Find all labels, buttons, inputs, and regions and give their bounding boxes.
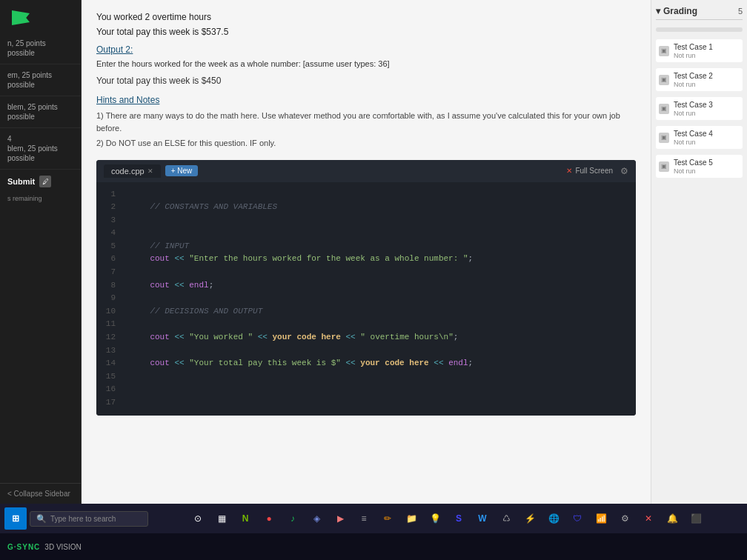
code-line-4 bbox=[130, 227, 628, 240]
taskbar-search-box[interactable]: 🔍 Type here to search bbox=[30, 511, 148, 527]
test-case-5-icon: ▣ bbox=[659, 161, 669, 172]
code-line-9 bbox=[130, 292, 628, 305]
taskbar-icon-pen[interactable]: ✏ bbox=[378, 509, 397, 528]
test-case-3-icon: ▣ bbox=[659, 104, 669, 114]
code-line-16 bbox=[130, 383, 628, 396]
editor-toolbar-right: ✕ Full Screen ⚙ bbox=[566, 166, 628, 176]
code-line-5: // INPUT bbox=[130, 240, 628, 253]
taskbar-icon-shield[interactable]: 🛡 bbox=[568, 509, 587, 528]
bottom-bar: G·SYNC 3D VISION bbox=[0, 533, 747, 560]
test-case-item-2[interactable]: ▣ Test Case 2 Not run bbox=[656, 68, 743, 91]
grading-panel: ▾ Grading 5 ▣ Test Case 1 Not run ▣ Test… bbox=[651, 0, 747, 504]
output2-label: Output 2: bbox=[96, 44, 636, 55]
taskbar-icon-square[interactable]: ⬛ bbox=[686, 509, 706, 528]
code-line-2: // CONSTANTS AND VARIABLES bbox=[130, 201, 628, 214]
sidebar-item-2[interactable]: em, 25 points possible bbox=[0, 64, 81, 96]
taskbar-icon-gear[interactable]: ⚙ bbox=[615, 509, 634, 528]
test-case-2-label: Test Case 2 bbox=[674, 71, 713, 81]
test-case-4-icon: ▣ bbox=[659, 133, 669, 143]
code-editor: code.cpp ✕ + New ✕ Full Screen ⚙ 1234 56 bbox=[96, 160, 636, 416]
code-area[interactable]: // CONSTANTS AND VARIABLES // INPUT cout… bbox=[123, 188, 636, 410]
code-line-3 bbox=[130, 214, 628, 227]
output2-result: Your total pay this week is $450 bbox=[96, 76, 636, 86]
editor-tab-code[interactable]: code.cpp ✕ bbox=[104, 164, 161, 178]
hint2-text: 2) Do NOT use an ELSE for this question.… bbox=[96, 137, 636, 150]
taskbar-icon-grid[interactable]: ▦ bbox=[212, 509, 231, 528]
test-case-5-status: Not run bbox=[674, 167, 713, 175]
test-case-4-status: Not run bbox=[674, 139, 713, 146]
code-line-6: cout << "Enter the hours worked for the … bbox=[130, 253, 628, 266]
taskbar-icon-media[interactable]: ▶ bbox=[331, 509, 350, 528]
test-case-2-status: Not run bbox=[674, 81, 713, 88]
sidebar: n, 25 points possible em, 25 points poss… bbox=[0, 0, 82, 504]
taskbar-icon-menu[interactable]: ≡ bbox=[354, 509, 374, 528]
test-case-3-status: Not run bbox=[674, 110, 713, 117]
taskbar-icon-discord[interactable]: ◈ bbox=[307, 509, 326, 528]
taskbar-icon-bolt[interactable]: ⚡ bbox=[520, 509, 540, 528]
code-line-10: // DECISIONS AND OUTPUT bbox=[130, 305, 628, 319]
taskbar-icon-signal[interactable]: 📶 bbox=[591, 509, 611, 528]
test-case-1-status: Not run bbox=[674, 52, 713, 59]
line2-text: Your total pay this week is $537.5 bbox=[96, 27, 636, 37]
test-case-item-5[interactable]: ▣ Test Case 5 Not run bbox=[656, 155, 743, 178]
code-line-17 bbox=[130, 396, 628, 410]
editor-toolbar: code.cpp ✕ + New ✕ Full Screen ⚙ bbox=[96, 160, 636, 182]
submit-section: Submit 🖊 bbox=[0, 170, 81, 193]
flag-icon bbox=[12, 10, 30, 25]
remaining-label: s remaining bbox=[0, 193, 81, 204]
taskbar-icon-w[interactable]: W bbox=[473, 509, 492, 528]
taskbar-icon-nvidia[interactable]: N bbox=[236, 509, 255, 528]
main-content: You worked 2 overtime hours Your total p… bbox=[82, 0, 651, 504]
test-case-item-1[interactable]: ▣ Test Case 1 Not run bbox=[656, 39, 743, 62]
line1-text: You worked 2 overtime hours bbox=[96, 12, 636, 22]
sidebar-item-1[interactable]: n, 25 points possible bbox=[0, 33, 81, 64]
taskbar: ⊞ 🔍 Type here to search ⊙ ▦ N ● ♪ ◈ ▶ ≡ … bbox=[0, 504, 747, 533]
start-button[interactable]: ⊞ bbox=[4, 507, 27, 530]
test-case-item-4[interactable]: ▣ Test Case 4 Not run bbox=[656, 126, 743, 149]
code-line-7 bbox=[130, 266, 628, 279]
output2-prompt: Enter the hours worked for the week as a… bbox=[96, 59, 636, 68]
taskbar-icon-bell[interactable]: 🔔 bbox=[663, 509, 682, 528]
test-case-5-label: Test Case 5 bbox=[674, 158, 713, 167]
submit-icon: 🖊 bbox=[39, 176, 51, 187]
taskbar-icons: ⊙ ▦ N ● ♪ ◈ ▶ ≡ ✏ 📁 💡 S W ♺ ⚡ 🌐 🛡 📶 ⚙ ✕ … bbox=[151, 509, 743, 528]
taskbar-icon-globe[interactable]: 🌐 bbox=[544, 509, 563, 528]
test-case-4-label: Test Case 4 bbox=[674, 129, 713, 139]
fullscreen-button[interactable]: ✕ Full Screen bbox=[566, 167, 613, 175]
code-line-8: cout << endl; bbox=[130, 279, 628, 293]
collapse-sidebar-button[interactable]: < Collapse Sidebar bbox=[0, 483, 81, 504]
gear-icon[interactable]: ⚙ bbox=[620, 166, 628, 176]
code-line-12: cout << "You worked " << your code here … bbox=[130, 331, 628, 344]
code-line-13 bbox=[130, 344, 628, 358]
test-case-2-icon: ▣ bbox=[659, 75, 669, 85]
test-case-1-icon: ▣ bbox=[659, 46, 669, 56]
test-case-item-3[interactable]: ▣ Test Case 3 Not run bbox=[656, 97, 743, 120]
taskbar-icon-idea[interactable]: 💡 bbox=[425, 509, 445, 528]
fullscreen-icon: ✕ bbox=[566, 167, 572, 175]
new-tab-button[interactable]: + New bbox=[165, 165, 199, 176]
windows-icon: ⊞ bbox=[12, 513, 19, 524]
brand-3dvision: 3D VISION bbox=[44, 543, 81, 551]
grading-progress-bar bbox=[656, 27, 743, 32]
grading-title: ▾ Grading bbox=[656, 6, 697, 16]
grading-score: 5 bbox=[738, 7, 743, 16]
sidebar-item-4[interactable]: 4 blem, 25 points possible bbox=[0, 128, 81, 170]
code-line-11 bbox=[130, 318, 628, 331]
grading-header: ▾ Grading 5 bbox=[656, 6, 743, 20]
taskbar-icon-s[interactable]: S bbox=[449, 509, 468, 528]
test-case-1-label: Test Case 1 bbox=[674, 42, 713, 52]
search-icon: 🔍 bbox=[36, 514, 47, 524]
taskbar-icon-x[interactable]: ✕ bbox=[639, 509, 658, 528]
taskbar-icon-folder[interactable]: 📁 bbox=[402, 509, 421, 528]
tab-close-icon[interactable]: ✕ bbox=[147, 167, 153, 175]
line-numbers: 1234 5678 9101112 1314151617 bbox=[96, 188, 123, 410]
hints-label: Hints and Notes bbox=[96, 95, 636, 105]
brand-gsync: G·SYNC bbox=[7, 543, 40, 551]
taskbar-icon-circle[interactable]: ⊙ bbox=[188, 509, 208, 528]
code-line-15 bbox=[130, 370, 628, 384]
sidebar-item-3[interactable]: blem, 25 points possible bbox=[0, 96, 81, 128]
taskbar-icon-browser[interactable]: ● bbox=[259, 509, 279, 528]
editor-tabs: code.cpp ✕ + New bbox=[104, 164, 198, 178]
taskbar-icon-recycle[interactable]: ♺ bbox=[497, 509, 516, 528]
taskbar-icon-music[interactable]: ♪ bbox=[283, 509, 302, 528]
